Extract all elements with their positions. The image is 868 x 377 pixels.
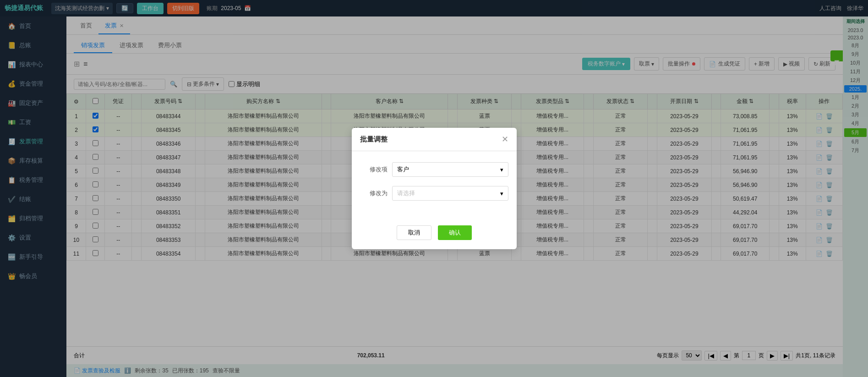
modal-overlay: 批量调整 ✕ 修改项 客户 ▾ 修改为 请选择 ▾ 取消 确认 bbox=[0, 0, 868, 377]
modal-title: 批量调整 bbox=[360, 135, 388, 144]
chevron-down-icon: ▾ bbox=[500, 190, 503, 197]
modal-header: 批量调整 ✕ bbox=[352, 128, 517, 151]
modal-footer: 取消 确认 bbox=[352, 221, 517, 249]
chevron-down-icon: ▾ bbox=[500, 166, 503, 173]
confirm-button[interactable]: 确认 bbox=[438, 225, 472, 240]
cancel-button[interactable]: 取消 bbox=[397, 225, 431, 240]
modify-field-row: 修改项 客户 ▾ bbox=[360, 162, 508, 177]
modify-to-row: 修改为 请选择 ▾ bbox=[360, 186, 508, 201]
modify-field-value: 客户 bbox=[397, 165, 409, 174]
modify-to-select[interactable]: 请选择 ▾ bbox=[392, 186, 508, 201]
modify-to-label: 修改为 bbox=[360, 189, 388, 197]
modal-close-btn[interactable]: ✕ bbox=[502, 134, 508, 144]
modify-to-placeholder: 请选择 bbox=[397, 189, 415, 197]
batch-adjust-modal: 批量调整 ✕ 修改项 客户 ▾ 修改为 请选择 ▾ 取消 确认 bbox=[352, 128, 517, 249]
modify-field-select[interactable]: 客户 ▾ bbox=[392, 162, 508, 177]
modify-field-label: 修改项 bbox=[360, 165, 388, 174]
modal-body: 修改项 客户 ▾ 修改为 请选择 ▾ bbox=[352, 151, 517, 221]
